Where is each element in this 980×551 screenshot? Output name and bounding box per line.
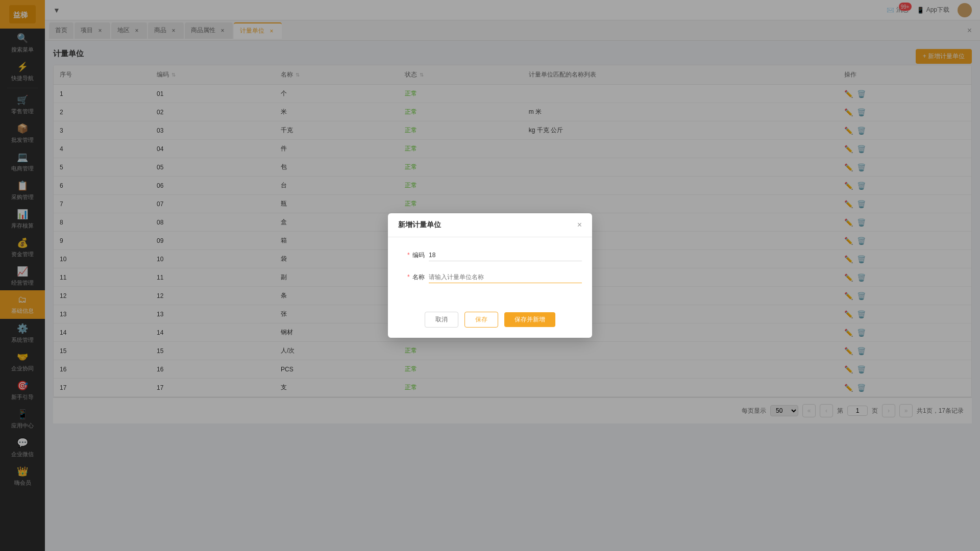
name-required-mark: * xyxy=(407,273,410,281)
code-form-row: * 编码 xyxy=(398,249,582,261)
code-required-mark: * xyxy=(407,252,410,259)
cancel-button[interactable]: 取消 xyxy=(425,312,458,328)
name-input[interactable] xyxy=(429,271,582,283)
modal-body: * 编码 * 名称 xyxy=(388,237,592,306)
save-button[interactable]: 保存 xyxy=(464,312,498,328)
name-form-row: * 名称 xyxy=(398,271,582,283)
name-label: * 名称 xyxy=(398,273,429,282)
modal-overlay[interactable]: 新增计量单位 × * 编码 * 名称 取消 保存 保存并新增 xyxy=(0,0,980,551)
code-input[interactable] xyxy=(429,249,582,261)
modal-close-button[interactable]: × xyxy=(577,220,582,230)
code-label: * 编码 xyxy=(398,251,429,260)
modal-title: 新增计量单位 xyxy=(398,220,441,230)
modal-header: 新增计量单位 × xyxy=(388,213,592,237)
code-label-text: 编码 xyxy=(412,252,425,259)
save-and-new-button[interactable]: 保存并新增 xyxy=(504,312,555,327)
add-unit-modal: 新增计量单位 × * 编码 * 名称 取消 保存 保存并新增 xyxy=(388,213,592,338)
modal-footer: 取消 保存 保存并新增 xyxy=(388,306,592,338)
name-label-text: 名称 xyxy=(412,273,425,281)
